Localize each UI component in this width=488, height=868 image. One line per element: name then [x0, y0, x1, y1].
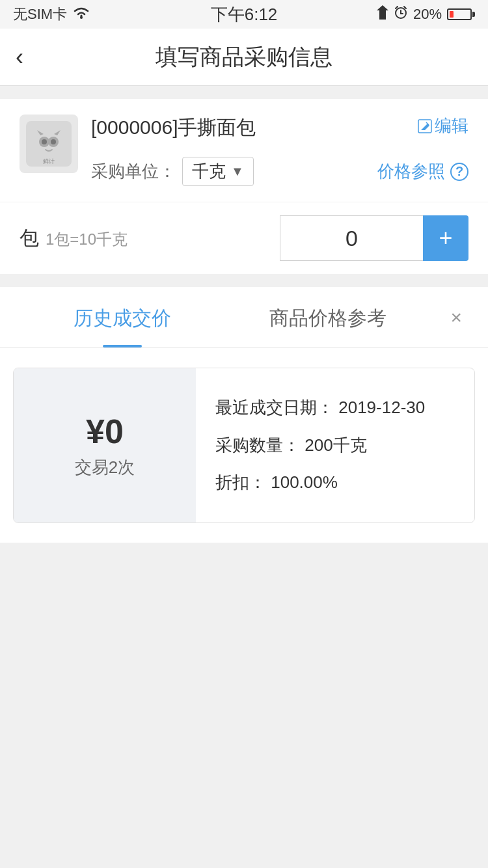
price-reference-button[interactable]: 价格参照 ? [377, 160, 468, 183]
transaction-price-panel: ¥0 交易2次 [14, 368, 196, 522]
price-ref-label: 价格参照 [377, 160, 445, 183]
transaction-quantity: 采购数量： 200千克 [215, 432, 455, 459]
content-area [0, 543, 488, 868]
nav-bar: ‹ 填写商品采购信息 [0, 29, 488, 86]
unit-select-button[interactable]: 千克 ▼ [182, 157, 254, 186]
product-unit-row: 采购单位： 千克 ▼ 价格参照 ? [91, 157, 468, 186]
carrier-text: 无SIM卡 [13, 5, 67, 24]
unit-selector: 采购单位： 千克 ▼ [91, 157, 254, 186]
status-time: 下午6:12 [211, 3, 278, 26]
tab-close-button[interactable]: × [431, 291, 468, 344]
unit-value: 千克 [192, 160, 226, 183]
svg-text:鲜计: 鲜计 [43, 158, 55, 165]
quantity-conversion: 1包=10千克 [46, 229, 128, 250]
tab-history-price[interactable]: 历史成交价 [20, 287, 225, 347]
transaction-card: ¥0 交易2次 最近成交日期： 2019-12-30 采购数量： 200千克 折… [13, 368, 475, 523]
date-label: 最近成交日期： [215, 398, 334, 417]
tabs-header: 历史成交价 商品价格参考 × [0, 287, 488, 348]
alarm-icon [394, 5, 408, 23]
transaction-price: ¥0 [86, 412, 124, 451]
battery-icon [447, 8, 475, 20]
transaction-discount: 折扣： 100.00% [215, 469, 455, 496]
status-bar: 无SIM卡 下午6:12 20% [0, 0, 488, 29]
quantity-plus-button[interactable]: + [423, 215, 468, 261]
transaction-date: 最近成交日期： 2019-12-30 [215, 394, 455, 422]
svg-point-7 [42, 139, 47, 144]
quantity-input[interactable] [280, 215, 423, 261]
discount-label: 折扣： [215, 472, 266, 492]
svg-point-8 [51, 139, 56, 144]
quantity-label: 包 1包=10千克 [20, 225, 128, 252]
quantity-control: + [280, 215, 468, 261]
product-name: [0000006]手撕面包 [91, 115, 256, 141]
product-card: 鲜计 [0000006]手撕面包 编辑 采购单位： 千克 ▼ [0, 99, 488, 202]
status-right: 20% [377, 5, 475, 23]
page-title: 填写商品采购信息 [156, 42, 332, 72]
quantity-detail-value: 200千克 [305, 435, 366, 455]
wifi-icon [72, 5, 90, 23]
quantity-unit: 包 [20, 225, 39, 252]
transaction-details-panel: 最近成交日期： 2019-12-30 采购数量： 200千克 折扣： 100.0… [196, 368, 474, 522]
transaction-count: 交易2次 [75, 456, 135, 479]
tab-product-price-reference[interactable]: 商品价格参考 [225, 287, 431, 347]
unit-label: 采购单位： [91, 160, 176, 183]
status-left: 无SIM卡 [13, 5, 90, 24]
tabs-section: 历史成交价 商品价格参考 × ¥0 交易2次 最近成交日期： 2019-12-3… [0, 287, 488, 868]
discount-value: 100.00% [271, 472, 338, 492]
dropdown-arrow-icon: ▼ [231, 164, 244, 179]
product-info: [0000006]手撕面包 编辑 采购单位： 千克 ▼ 价格参照 ? [91, 115, 468, 186]
product-image: 鲜计 [26, 121, 72, 167]
help-icon: ? [450, 163, 468, 181]
edit-button[interactable]: 编辑 [418, 115, 468, 137]
product-header: [0000006]手撕面包 编辑 [91, 115, 468, 141]
quantity-detail-label: 采购数量： [215, 435, 300, 455]
battery-percent: 20% [413, 6, 442, 23]
svg-point-0 [80, 16, 83, 19]
quantity-row: 包 1包=10千克 + [0, 202, 488, 274]
location-icon [377, 5, 388, 23]
back-button[interactable]: ‹ [16, 44, 23, 71]
product-thumbnail: 鲜计 [20, 115, 78, 173]
date-value: 2019-12-30 [338, 398, 425, 417]
